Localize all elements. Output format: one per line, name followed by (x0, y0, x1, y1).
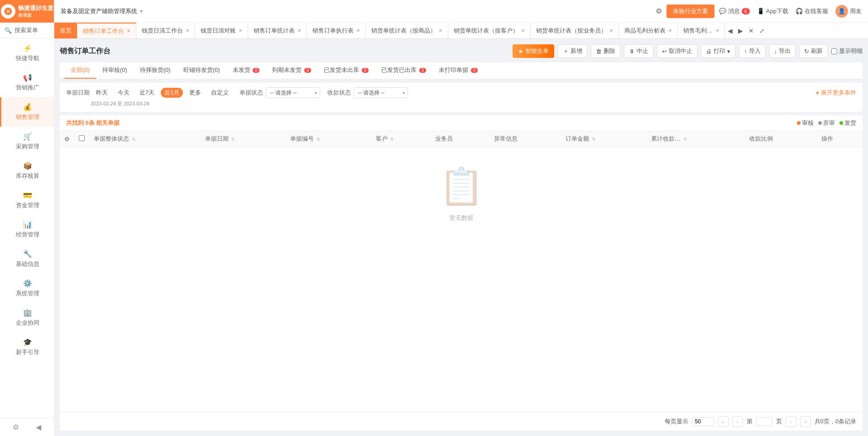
pagination-first-btn[interactable]: « (718, 416, 729, 427)
subtab-all[interactable]: 全部(0) (64, 62, 96, 79)
tab-close-cash-daily[interactable]: ✕ (186, 28, 189, 33)
sidebar-item-finance[interactable]: 💳 资金管理 (0, 185, 54, 215)
sidebar-item-quick-nav[interactable]: ⚡ 快捷导航 (0, 38, 54, 68)
refresh-button[interactable]: ↻ 刷新 (799, 44, 828, 58)
review-action-btn[interactable]: 审核 (797, 119, 814, 127)
col-checkbox-header[interactable] (74, 131, 89, 147)
col-settings[interactable]: ⚙ (60, 131, 74, 147)
tab-close-cash-reconcile[interactable]: ✕ (239, 28, 242, 33)
filter-expand-btn[interactable]: ▾ 展开更多条件 (816, 89, 856, 97)
date-btn-yesterday[interactable]: 昨天 (92, 88, 111, 98)
date-btn-more[interactable]: 更多 (186, 88, 205, 98)
smart-gen-button[interactable]: ★ 智能生单 (513, 44, 554, 58)
online-service-item[interactable]: 🎧 在线客服 (796, 7, 828, 15)
date-btn-1month[interactable]: 近1月 (161, 88, 183, 98)
tab-nav-prev[interactable]: ◀ (725, 23, 735, 39)
filter-payment-select[interactable]: -- 请选择 -- (354, 87, 408, 98)
per-page-select[interactable]: 10 20 50 100 (692, 417, 714, 426)
tab-close-all[interactable]: ✕ (746, 23, 757, 39)
sort-received-icon[interactable]: ⇅ (683, 137, 687, 142)
tab-close-sales-stats[interactable]: ✕ (297, 28, 301, 33)
tab-sales-customer[interactable]: 销货单统计表（按客户） ✕ (448, 23, 531, 39)
user-item[interactable]: 👤 用友 (835, 5, 862, 18)
sort-date-icon[interactable]: ⇅ (231, 137, 235, 142)
subtab-not-shipped[interactable]: 未发货 0 (226, 62, 266, 79)
sidebar-item-purchase[interactable]: 🛒 采购管理 (0, 127, 54, 156)
tab-close-sales-gross[interactable]: ✕ (715, 28, 719, 33)
pagination-next-btn[interactable]: › (786, 416, 796, 427)
sort-amount-icon[interactable]: ⇅ (592, 137, 595, 142)
tab-sales-stats[interactable]: 销售订单统计表 ✕ (248, 23, 307, 39)
subtab-shipped-out[interactable]: 已发货已出库 0 (375, 62, 432, 79)
tab-sales-gross[interactable]: 销售毛利… ✕ (678, 23, 725, 39)
date-btn-today[interactable]: 今天 (114, 88, 133, 98)
subtabs: 全部(0) 待审核(0) 待择验货(0) 旺铺待发货(0) 未发货 0 到期未发… (60, 62, 863, 79)
add-button[interactable]: ＋ 新增 (558, 44, 587, 58)
pagination-last-btn[interactable]: » (800, 416, 811, 427)
sidebar-item-guide[interactable]: 🎓 新手引导 (0, 332, 54, 362)
sort-icon[interactable]: ⇅ (132, 137, 135, 142)
collapse-icon[interactable]: ◀ (36, 423, 41, 431)
sidebar-search[interactable]: 🔍 搜索菜单 (0, 23, 54, 38)
cancel-pause-button[interactable]: ↩ 取消中止 (657, 44, 697, 58)
filter-status-select[interactable]: -- 请选择 -- (266, 87, 320, 98)
tab-gross-profit[interactable]: 商品毛利分析表 ✕ (619, 23, 678, 39)
subtab-pending-review[interactable]: 待审核(0) (96, 62, 134, 79)
tab-close-sales-order[interactable]: ✕ (127, 28, 130, 33)
solution-button[interactable]: 体验行业方案 (667, 5, 715, 18)
sidebar-item-system[interactable]: ⚙️ 系统管理 (0, 274, 54, 303)
import-button[interactable]: ↑ 导入 (739, 44, 766, 58)
tab-sales-order[interactable]: 销售订单工作台 ✕ (77, 23, 136, 39)
sidebar-item-basic[interactable]: 🔧 基础信息 (0, 244, 54, 274)
sidebar-item-enterprise[interactable]: 🏢 企业协同 (0, 303, 54, 332)
page-header: 销售订单工作台 ★ 智能生单 ＋ 新增 🗑 删除 ⏸ 中止 (60, 44, 863, 58)
print-button[interactable]: 🖨 打印 ▾ (701, 44, 735, 58)
subtab-wangpu-pending[interactable]: 旺铺待发货(0) (177, 62, 226, 79)
tab-sales-product[interactable]: 销货单统计表（按商品） ✕ (366, 23, 448, 39)
topbar-settings-icon[interactable]: ⚙ (656, 7, 662, 15)
tab-maximize[interactable]: ⤢ (757, 23, 767, 39)
show-detail-checkbox[interactable] (831, 48, 837, 54)
date-btn-custom[interactable]: 自定义 (207, 88, 232, 98)
tab-sales-exec[interactable]: 销售订单执行表 ✕ (307, 23, 366, 39)
tab-close-sales-staff[interactable]: ✕ (609, 28, 613, 33)
subtab-pending-inspection[interactable]: 待择验货(0) (134, 62, 177, 79)
tab-close-sales-exec[interactable]: ✕ (356, 28, 360, 33)
sidebar-item-operations[interactable]: 📊 经营管理 (0, 215, 54, 244)
ship-action-btn[interactable]: 发货 (839, 119, 856, 127)
pagination-page-input[interactable]: 1 (756, 417, 772, 426)
sidebar-item-marketing[interactable]: 📢 营销推广 (0, 68, 54, 97)
app-download-item[interactable]: 📱 App下载 (757, 7, 788, 15)
tab-nav-next[interactable]: ▶ (735, 23, 746, 39)
tab-home[interactable]: 首页 (54, 23, 77, 39)
sidebar-item-inventory[interactable]: 📦 库存核算 (0, 156, 54, 185)
discard-action-btn[interactable]: 弃审 (818, 119, 835, 127)
pagination-prev-btn[interactable]: ‹ (732, 416, 743, 427)
data-table: ⚙ 单据整体状态 ⇅ 单据日期 ⇅ 单据编号 ⇅ 客户 ⇅ 业务员 异常信息 订… (60, 131, 863, 147)
sidebar-item-sales[interactable]: 💰 销售管理 (0, 97, 54, 127)
filter-date-group: 昨天 今天 近7天 近1月 更多 自定义 (92, 88, 232, 98)
subtab-overdue-not-shipped[interactable]: 到期未发货 0 (266, 62, 317, 79)
subtab-not-printed[interactable]: 未打印单据 0 (432, 62, 484, 79)
sort-number-icon[interactable]: ⇅ (317, 137, 320, 142)
pause-button[interactable]: ⏸ 中止 (624, 44, 653, 58)
chevron-down-icon: ▾ (816, 90, 819, 96)
sort-customer-icon[interactable]: ⇅ (390, 137, 393, 142)
tab-cash-reconcile[interactable]: 钱货日清对账 ✕ (195, 23, 248, 39)
print-chevron-icon: ▾ (727, 48, 730, 55)
export-button[interactable]: ↓ 导出 (769, 44, 796, 58)
date-btn-7days[interactable]: 近7天 (136, 88, 158, 98)
subtab-shipped-not-out[interactable]: 已发货未出库 0 (317, 62, 375, 79)
delete-button[interactable]: 🗑 删除 (591, 44, 620, 58)
settings-icon[interactable]: ⚙ (13, 423, 19, 431)
tab-sales-staff[interactable]: 销货单统计表（按业务员） ✕ (531, 23, 619, 39)
tab-close-sales-product[interactable]: ✕ (439, 28, 442, 33)
message-item[interactable]: 💬 消息 6 (719, 7, 750, 15)
tab-cash-daily[interactable]: 钱货日清工作台 ✕ (136, 23, 195, 39)
show-detail-label[interactable]: 显示明细 (831, 47, 863, 55)
tab-close-gross-profit[interactable]: ✕ (668, 28, 672, 33)
select-all-checkbox[interactable] (79, 135, 85, 141)
message-badge: 6 (742, 8, 750, 14)
tab-close-sales-customer[interactable]: ✕ (521, 28, 525, 33)
col-received: 累计收款… ⇅ (647, 131, 745, 147)
